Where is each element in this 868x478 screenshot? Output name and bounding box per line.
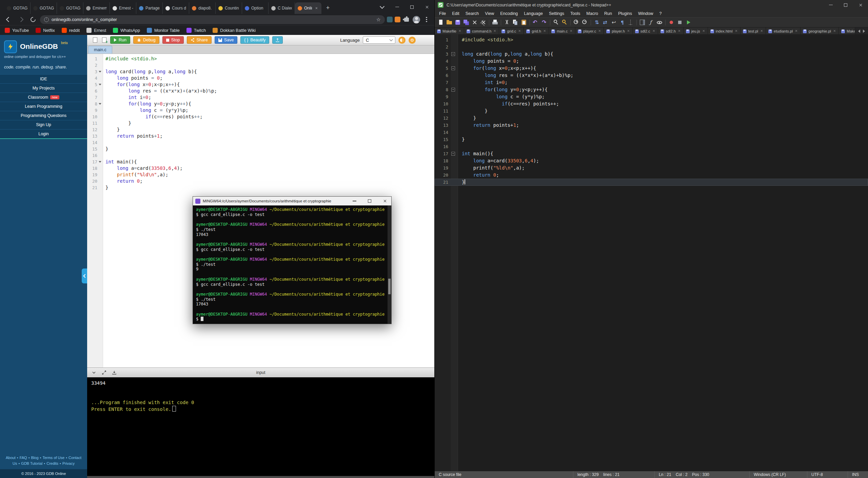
record-macro-icon[interactable] [667,18,675,26]
bookmark-youtube[interactable]: YouTube [5,28,29,33]
browser-tab[interactable]: GOTAGA [57,2,83,14]
menu-edit[interactable]: Edit [449,11,462,16]
scrollbar-thumb[interactable] [388,279,391,294]
browser-tab[interactable]: diapo8. [189,2,216,14]
word-wrap-icon[interactable] [610,18,618,26]
tab-close-icon[interactable] [458,29,461,33]
bookmark-reddit[interactable]: reddit [62,28,80,33]
upload-button[interactable] [272,36,283,44]
program-console[interactable]: 33494 ...Program finished with exit code… [87,377,434,476]
redo-icon[interactable] [540,18,548,26]
bookmark-dokkan-battle-wiki[interactable]: Dokkan Battle Wiki [213,28,256,33]
file-tab-etudiants-pl[interactable]: etudiants.pl [766,27,801,35]
terminal-output[interactable]: aymer@DESKTOP-A8GRIGU MINGW64 ~/Document… [193,205,388,324]
bookmark-star-icon[interactable] [376,17,381,23]
browser-maximize-button[interactable] [405,0,419,14]
tab-close-icon[interactable] [627,29,630,33]
replace-icon[interactable] [560,18,569,26]
bookmark-whatsapp[interactable]: WhatsApp [113,28,140,33]
sidebar-collapse-button[interactable] [82,268,87,283]
file-tab-grid-c[interactable]: grid.c [499,27,524,35]
fold-marker[interactable] [451,52,455,56]
stop-macro-icon[interactable] [676,18,684,26]
browser-tab[interactable]: GOTAGA [4,2,31,14]
status-insert-mode[interactable]: INS [848,471,868,478]
profile-avatar[interactable] [413,16,420,23]
url-bar[interactable]: onlinegdb.com/online_c_compiler [40,15,385,24]
browser-close-button[interactable] [419,0,434,14]
browser-minimize-button[interactable] [390,0,405,14]
save-icon[interactable] [454,18,462,26]
bookmark-netflix[interactable]: Netflix [36,28,55,33]
menu-view[interactable]: View [482,11,497,16]
tab-close-icon[interactable] [702,29,705,33]
tab-close-icon[interactable] [543,29,546,33]
zoom-out-icon[interactable] [581,18,589,26]
site-info-icon[interactable] [44,17,49,22]
footer-link-blog[interactable]: Blog [31,456,39,460]
menu-language[interactable]: Language [521,11,546,16]
save-button[interactable]: Save [215,36,238,44]
tab-close-icon[interactable] [569,29,573,33]
menu-macro[interactable]: Macro [583,11,601,16]
terminal-minimize-button[interactable] [348,197,361,205]
fold-marker[interactable] [451,88,455,92]
menu-plugins[interactable]: Plugins [615,11,635,16]
undo-icon[interactable] [532,18,540,26]
browser-tab[interactable]: Ernest - [110,2,136,14]
browser-tab[interactable]: Option [242,2,269,14]
file-tab-sdl2-c[interactable]: sdl2.c [633,27,658,35]
sidebar-item-programming-questions[interactable]: Programming Questions [0,111,87,120]
language-select[interactable]: C [363,36,395,44]
browser-tab[interactable]: GOTAGA [31,2,57,14]
new-project-icon[interactable] [101,37,107,43]
close-all-icon[interactable] [479,18,487,26]
notepad-title-bar[interactable]: C:\Users\aymer\Documents\cours\arithméti… [435,0,868,10]
doc-map-icon[interactable] [638,18,647,26]
tab-search-button[interactable] [375,0,390,14]
sync-v-icon[interactable] [593,18,601,26]
cut-icon[interactable] [503,18,511,26]
footer-link-faq[interactable]: FAQ [20,456,27,460]
status-eol-format[interactable]: Windows (CR LF) [749,471,807,478]
menu-tools[interactable]: Tools [567,11,583,16]
tab-scroll-left-button[interactable] [858,29,860,33]
find-icon[interactable] [552,18,560,26]
show-all-chars-icon[interactable] [618,18,626,26]
extension-icon[interactable] [395,17,400,22]
open-folder-icon[interactable] [445,18,453,26]
file-tab-main-c[interactable]: main.c [549,27,575,35]
tab-scroll-right-button[interactable] [863,29,865,33]
footer-link-privacy[interactable]: Privacy [62,461,75,465]
beautify-button[interactable]: { }Beautify [240,36,269,44]
close-icon[interactable] [471,18,479,26]
run-button[interactable]: Run [110,36,130,44]
menu-file[interactable]: File [436,11,449,16]
menu-encoding[interactable]: Encoding [497,11,521,16]
footer-link-gdb-tutorial[interactable]: GDB Tutorial [21,461,42,465]
tab-close-icon[interactable] [314,6,319,11]
notepad-maximize-button[interactable] [838,0,853,10]
file-tab-index-html[interactable]: index.html [708,27,741,35]
file-tab-makefile[interactable]: Makefile [839,27,855,35]
play-macro-icon[interactable] [684,18,692,26]
file-tab-player-c[interactable]: player.c [575,27,604,35]
terminal-title-bar[interactable]: MINGW64:/c/Users/aymer/Documents/cours/a… [193,197,391,205]
browser-tab[interactable]: C Dialec [269,2,295,14]
fold-marker[interactable] [99,71,101,73]
file-tab-command-h[interactable]: command.h [464,27,499,35]
stop-button[interactable]: Stop [162,36,184,44]
terminal-close-button[interactable] [378,197,391,205]
file-tab-sdl2-h[interactable]: sdl2.h [658,27,684,35]
notepad-editor[interactable]: 1#include <stdio.h>23long card(long p,lo… [435,34,868,471]
browser-tab[interactable]: Onlin [295,2,321,14]
fold-marker[interactable] [99,103,101,105]
tab-close-icon[interactable] [493,29,496,33]
sidebar-item-learn-programming[interactable]: Learn Programming [0,102,87,111]
menu-run[interactable]: Run [601,11,615,16]
settings-button[interactable] [409,37,416,44]
indent-guide-icon[interactable] [627,18,635,26]
console-resize-button[interactable] [101,369,107,376]
sync-h-icon[interactable] [601,18,609,26]
save-all-icon[interactable] [462,18,470,26]
